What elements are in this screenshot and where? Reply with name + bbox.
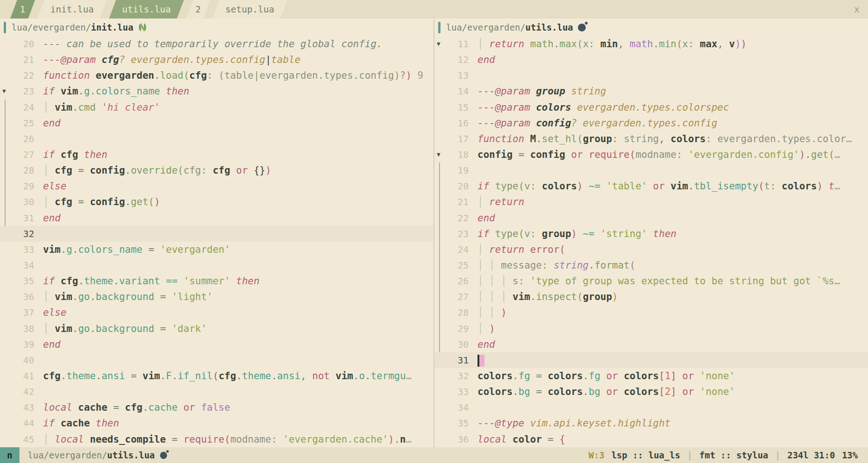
code-token: = [530,370,548,382]
code-line[interactable]: 28│ cfg = config.override(cfg: cfg or {}… [0,163,434,178]
sign-column [0,210,15,226]
code-line[interactable]: 35---@type vim.api.keyset.highlight [434,415,868,431]
close-icon[interactable]: x [854,4,868,15]
code-token: ) [406,70,412,81]
sign-column [0,305,15,320]
code-line[interactable]: 16---@param config? evergarden.types.con… [434,115,868,131]
code-line[interactable]: 27if cfg then [0,147,434,163]
code-line[interactable]: 36local color = { [434,432,868,447]
code-line[interactable]: 39end [0,337,434,352]
code-token: return [489,244,530,255]
fold-open-icon[interactable]: ▼ [437,36,440,52]
code-token: | [265,54,271,65]
code-line[interactable]: 37else [0,305,434,320]
code-line[interactable]: 21---@param cfg? evergarden.types.config… [0,52,434,68]
code-line[interactable]: 30│ cfg = config.get() [0,194,434,210]
code-line[interactable]: 40 [0,352,434,368]
code-line[interactable]: 25end [0,115,434,131]
code-token: max [700,38,718,50]
code-line[interactable]: 19 [434,163,868,178]
tab-utils.lua[interactable]: utils.lua [109,0,184,19]
code-line[interactable]: 33vim.g.colors_name = 'evergarden' [0,242,434,257]
code-line[interactable]: ▼23if vim.g.colors_name then [0,83,434,99]
code-token: then [230,275,260,287]
line-number: 38 [15,321,34,337]
code-text [469,352,868,368]
code-line[interactable]: 29│ ) [434,321,868,337]
code-token: , [618,38,630,50]
code-line[interactable]: 43local cache = cfg.cache or false [0,400,434,415]
code-line[interactable]: 14---@param group string [434,83,868,99]
code-token: 'table' [606,181,647,192]
code-area[interactable]: ▼11│ return math.max(x: min, math.min(x:… [434,36,868,447]
statusline-segment: lsp :: lua_ls [611,450,680,460]
code-line[interactable]: 32colors.fg = colors.fg or colors[1] or … [434,368,868,384]
fold-extent-bar [439,242,440,257]
code-line[interactable]: 44if cache then [0,415,434,431]
fold-open-icon[interactable]: ▼ [437,147,440,163]
fold-marker[interactable]: ▼ [434,36,449,52]
code-line[interactable]: 15---@param colors evergarden.types.colo… [434,100,868,115]
line-number: 11 [449,36,469,52]
code-line[interactable]: 23if type(v: group) ~= 'string' then [434,226,868,242]
code-line[interactable]: 24│ return error( [434,242,868,257]
tabpage-number-1[interactable]: 1 [10,0,35,19]
code-line[interactable]: 38│ vim.go.background = 'dark' [0,321,434,337]
code-line[interactable]: 12end [434,52,868,68]
code-line[interactable]: 29else [0,178,434,194]
code-line[interactable]: 22end [434,210,868,226]
code-line[interactable]: ▼11│ return math.max(x: min, math.min(x:… [434,36,868,52]
code-line[interactable]: 32 [0,226,434,242]
code-token: colors [536,102,571,113]
code-line[interactable]: 36│ vim.go.background = 'light' [0,289,434,305]
code-text: local cache = cfg.cache or false [34,400,434,415]
tabline: 1init.luautils.lua2setup.luax [0,0,868,19]
code-line[interactable]: 26│ │ │ s: 'type of group was expected t… [434,273,868,289]
code-line[interactable]: 41cfg.theme.ansi = vim.F.if_nil(cfg.them… [0,368,434,384]
code-area[interactable]: 20--- can be used to temporarily overrid… [0,36,434,447]
fold-open-icon[interactable]: ▼ [2,83,6,99]
code-token: needs_compile [90,434,166,445]
tab-setup.lua[interactable]: setup.lua [212,0,287,19]
code-line[interactable]: 34 [434,400,868,415]
code-line[interactable]: 21│ return [434,194,868,210]
code-line[interactable]: 31 [434,352,868,368]
code-text: ---@param config? evergarden.types.confi… [469,115,868,131]
code-token: 'hi clear' [96,102,160,113]
code-token: ~= [583,181,607,192]
code-line[interactable]: 30end [434,337,868,352]
code-line[interactable]: 35if cfg.theme.variant == 'summer' then [0,273,434,289]
code-line[interactable]: 28│ │ ) [434,305,868,320]
code-line[interactable]: 13 [434,68,868,83]
code-token: math [530,38,554,50]
code-token: … [406,370,412,382]
code-line[interactable]: 27│ │ │ vim.inspect(group) [434,289,868,305]
code-token: { [559,434,565,445]
code-line[interactable]: 20if type(v: colors) ~= 'table' or vim.t… [434,178,868,194]
tabpage-number-2[interactable]: 2 [186,0,210,19]
code-text: │ return [469,194,868,210]
code-line[interactable]: 24│ vim.cmd 'hi clear' [0,100,434,115]
code-line[interactable]: 31end [0,210,434,226]
sign-column [434,131,449,147]
code-line[interactable]: 33colors.bg = colors.bg or colors[2] or … [434,384,868,400]
code-token: == [160,275,184,287]
tab-init.lua[interactable]: init.lua [37,0,107,19]
code-text: │ cfg = config.override(cfg: cfg or {}) [34,163,434,178]
code-line[interactable]: ▼18config = config or require(modname: '… [434,147,868,163]
code-token: │ [43,196,55,207]
code-token: cmd [78,102,96,113]
code-line[interactable]: 34 [0,257,434,273]
code-line[interactable]: 45│ local needs_compile = require(modnam… [0,432,434,447]
code-line[interactable]: 26 [0,131,434,147]
code-line[interactable]: 20--- can be used to temporarily overrid… [0,36,434,52]
code-line[interactable]: 42 [0,384,434,400]
code-line[interactable]: 17function M.set_hl(group: string, color… [434,131,868,147]
code-token: theme [242,370,271,382]
code-line[interactable]: 25│ │ message: string.format( [434,257,868,273]
fold-marker[interactable]: ▼ [434,147,449,163]
code-token: get( [811,149,835,160]
code-text [34,352,434,368]
fold-marker[interactable]: ▼ [0,83,15,99]
code-line[interactable]: 22function evergarden.load(cfg: (table|e… [0,68,434,83]
